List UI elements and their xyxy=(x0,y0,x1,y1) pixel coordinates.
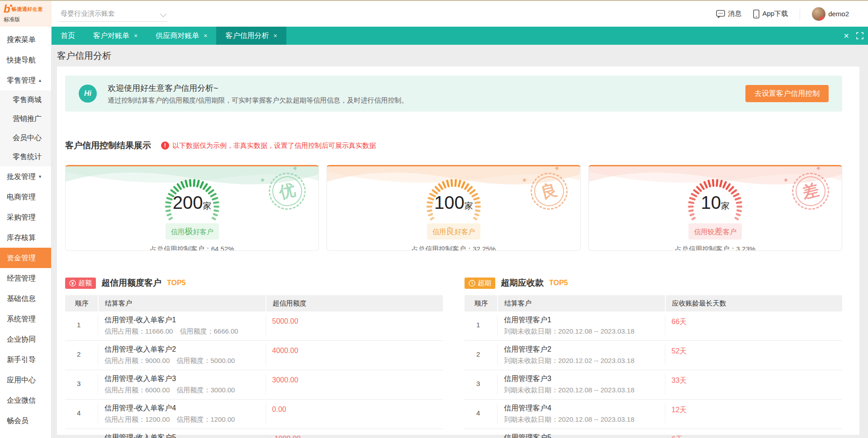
sidebar-item-inventory-accounting[interactable]: 库存核算 xyxy=(0,227,51,248)
table-row: 1 信用管理客户1到期未收款日期：2020.12.08 -- 2023.03.1… xyxy=(465,311,842,341)
sidebar-item-enterprise-collaboration[interactable]: 企业协同 xyxy=(0,329,51,349)
sidebar-item-search-menu[interactable]: 搜索菜单 xyxy=(0,29,51,50)
tab-customer-statement[interactable]: 客户对账单× xyxy=(84,27,147,45)
setup-credit-control-button[interactable]: 去设置客户信用控制 xyxy=(745,85,829,102)
section-title: 客户信用控制结果展示 xyxy=(65,140,151,151)
sidebar-item-beginner-guide[interactable]: 新手引导 xyxy=(0,349,51,370)
message-bubble-icon xyxy=(716,10,725,18)
tab-home[interactable]: 首页 xyxy=(52,27,84,45)
phone-icon xyxy=(753,9,759,19)
sidebar-item-retail-management[interactable]: 零售管理▲ xyxy=(0,70,51,90)
sidebar-item-retail-mall[interactable]: 零售商城 xyxy=(0,90,51,109)
table-row: 5 信用管理客户5到期未收款日期：2020.12.08 -- 2023.03.1… xyxy=(465,429,842,438)
overdue-badge: 超期 xyxy=(465,278,495,289)
main-content: 客户信用分析 Hi 欢迎使用好生意客户信用分析~ 通过控制结算客户的信用额度/信… xyxy=(52,45,868,438)
overdue-receivables-table: 超期 超期应收款 TOP5 顺序 结算客户 应收账龄最长天数 1 信用管理客户1… xyxy=(465,277,842,438)
ratio-poor: 占总信用控制客户：3.23% xyxy=(589,245,842,251)
sidebar-item-purchase-management[interactable]: 采购管理 xyxy=(0,207,51,227)
count-value: 200 xyxy=(173,193,203,212)
sidebar-item-quick-nav[interactable]: 快捷导航 xyxy=(0,50,51,70)
table-header: 顺序 结算客户 超信用额度 xyxy=(65,295,443,311)
table-row: 4 信用管理客户4到期未收款日期：2020.12.08 -- 2023.03.1… xyxy=(465,400,842,429)
banner-subtitle: 通过控制结算客户的信用额度/信用期限，可实时掌握客户欠款超期等信用信息，及时进行… xyxy=(108,96,745,105)
avatar xyxy=(812,7,825,21)
badge-good-credit: 信用良好客户 xyxy=(427,223,480,240)
gauge-poor: 10家 信用较差客户 xyxy=(672,173,758,240)
sidebar-item-retail-stats[interactable]: 零售统计 xyxy=(0,147,51,166)
sidebar-item-chang-member[interactable]: 畅会员 xyxy=(0,410,51,431)
table-row: 2 信用管理-收入单客户2信用占用额：9000.00 信用额度：5000.00 … xyxy=(65,341,443,370)
banner-title: 欢迎使用好生意客户信用分析~ xyxy=(108,83,745,94)
brand-logo-icon: b xyxy=(4,4,10,14)
count-value: 10 xyxy=(701,193,721,212)
over-credit-limit-table: 超额 超信用额度客户 TOP5 顺序 结算客户 超信用额度 1 信用管理-收入单… xyxy=(65,277,443,438)
account-set-select[interactable]: 母婴行业演示账套 xyxy=(59,6,167,22)
table-title: 超期应收款 xyxy=(501,277,544,289)
table-row: 2 信用管理客户2到期未收款日期：2020.12.02 -- 2023.03.1… xyxy=(465,341,842,370)
sidebar-item-member-center[interactable]: 会员中心 xyxy=(0,128,51,147)
close-tab-icon[interactable]: × xyxy=(844,27,849,45)
content-panel: Hi 欢迎使用好生意客户信用分析~ 通过控制结算客户的信用额度/信用期限，可实时… xyxy=(57,66,859,435)
top5-label: TOP5 xyxy=(549,279,568,287)
sidebar-item-wholesale-management[interactable]: 批发管理▼ xyxy=(0,166,51,187)
sidebar-item-app-center[interactable]: 应用中心 xyxy=(0,370,51,390)
account-set-value: 母婴行业演示账套 xyxy=(61,9,115,17)
brand-name: 畅捷通好生意 xyxy=(12,6,43,13)
table-row: 3 信用管理客户3到期未收款日期：2020.12.08 -- 2023.03.1… xyxy=(465,370,842,400)
brand-logo-block[interactable]: b 畅捷通好生意 标准版 xyxy=(0,1,52,27)
gauge-good: 100家 信用良好客户 xyxy=(411,173,497,240)
table-header: 顺序 结算客户 应收账龄最长天数 xyxy=(465,295,842,311)
badge-excellent-credit: 信用极好客户 xyxy=(166,223,219,240)
brand-edition: 标准版 xyxy=(4,16,49,24)
sidebar-item-business-management[interactable]: 经营管理 xyxy=(0,268,51,288)
sidebar-item-enterprise-wechat[interactable]: 企业微信 xyxy=(0,390,51,410)
credit-result-cards: 优 200家 信用极好客户 占总信用控制客户：64.52% 良 xyxy=(65,165,842,251)
close-icon[interactable]: × xyxy=(204,27,207,45)
table-row: 3 信用管理-收入单客户3信用占用额：6000.00 信用额度：3000.00 … xyxy=(65,370,443,400)
messages-button[interactable]: 消息 xyxy=(716,9,741,18)
top5-label: TOP5 xyxy=(167,279,186,287)
fullscreen-icon[interactable] xyxy=(856,32,863,39)
coin-icon xyxy=(69,280,76,287)
close-icon[interactable]: × xyxy=(273,27,277,45)
chevron-down-icon xyxy=(160,11,166,17)
close-icon[interactable]: × xyxy=(134,27,138,45)
welcome-banner: Hi 欢迎使用好生意客户信用分析~ 通过控制结算客户的信用额度/信用期限，可实时… xyxy=(65,75,842,112)
table-title: 超信用额度客户 xyxy=(101,277,161,289)
app-header: b 畅捷通好生意 标准版 母婴行业演示账套 消息 App下载 demo2 xyxy=(0,1,868,27)
tab-supplier-statement[interactable]: 供应商对账单× xyxy=(147,27,216,45)
sidebar-item-fund-management[interactable]: 资金管理 xyxy=(0,248,51,268)
card-good-credit: 良 100家 信用良好客户 占总信用控制客户：32.25% xyxy=(327,165,580,251)
clock-icon xyxy=(469,280,475,287)
page-title: 客户信用分析 xyxy=(57,45,859,66)
table-row: 1 信用管理-收入单客户1信用占用额：11666.00 信用额度：6666.00… xyxy=(65,311,443,341)
sidebar: 搜索菜单 快捷导航 零售管理▲ 零售商城 营销推广 会员中心 零售统计 批发管理… xyxy=(0,27,52,438)
expand-arrow-icon: ▼ xyxy=(38,174,42,179)
table-row: 5 信用管理-收入单客户5信用占用额：0.00 信用额度：1000.00 -10… xyxy=(65,429,443,438)
header-divider xyxy=(800,9,800,19)
badge-poor-credit: 信用较差客户 xyxy=(688,223,742,240)
app-download-button[interactable]: App下载 xyxy=(753,9,788,19)
messages-label: 消息 xyxy=(728,9,741,18)
alert-icon: ! xyxy=(161,141,169,150)
ratio-excellent: 占总信用控制客户：64.52% xyxy=(66,245,318,251)
sidebar-item-system-management[interactable]: 系统管理 xyxy=(0,309,51,329)
sidebar-item-marketing[interactable]: 营销推广 xyxy=(0,109,51,128)
card-poor-credit: 差 10家 信用较差客户 占总信用控制客户：3.23% xyxy=(588,165,842,251)
over-limit-badge: 超额 xyxy=(65,278,96,289)
demo-data-notice: 以下数据仅为示例，非真实数据，设置了信用控制后可展示真实数据 xyxy=(172,141,376,150)
sidebar-item-ecommerce-management[interactable]: 电商管理 xyxy=(0,187,51,207)
card-excellent-credit: 优 200家 信用极好客户 占总信用控制客户：64.52% xyxy=(65,165,319,251)
username: demo2 xyxy=(828,10,849,18)
hi-icon: Hi xyxy=(79,85,97,103)
count-value: 100 xyxy=(434,193,465,212)
tab-bar: 首页 客户对账单× 供应商对账单× 客户信用分析× × xyxy=(52,27,868,45)
app-download-label: App下载 xyxy=(762,9,788,18)
gauge-excellent: 200家 信用极好客户 xyxy=(149,173,235,240)
sidebar-item-basic-info[interactable]: 基础信息 xyxy=(0,288,51,309)
collapse-arrow-icon: ▲ xyxy=(38,78,42,83)
tab-customer-credit-analysis[interactable]: 客户信用分析× xyxy=(216,27,286,45)
table-row: 4 信用管理-收入单客户4信用占用额：1200.00 信用额度：1200.00 … xyxy=(65,400,443,429)
user-menu[interactable]: demo2 xyxy=(812,7,849,21)
ratio-good: 占总信用控制客户：32.25% xyxy=(327,245,580,251)
